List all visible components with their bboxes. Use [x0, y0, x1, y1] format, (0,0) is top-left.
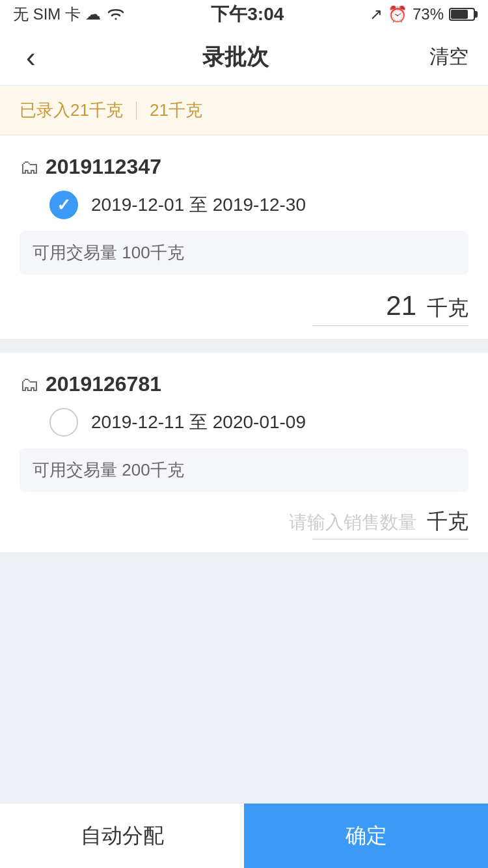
batch-2-placeholder[interactable]: 请输入销售数量 [289, 510, 416, 535]
total-amount: 21千克 [150, 99, 202, 122]
auto-distribute-button[interactable]: 自动分配 [0, 804, 244, 868]
info-banner: 已录入21千克 21千克 [0, 86, 488, 135]
batch-1-id: 2019112347 [46, 155, 161, 179]
section-divider [0, 340, 488, 353]
batch-2-date: 2019-12-11 至 2020-01-09 [91, 410, 306, 435]
info-divider [136, 102, 137, 120]
content-area: 🗂 2019112347 2019-12-01 至 2019-12-30 可用交… [0, 135, 488, 868]
status-right: ↗ ⏰ 73% [370, 5, 475, 23]
doc-icon-2: 🗂 [20, 373, 39, 396]
wifi-icon [106, 7, 126, 21]
clear-button[interactable]: 清空 [429, 44, 468, 70]
battery-percent: 73% [413, 5, 444, 23]
batch-2-id: 2019126781 [46, 372, 161, 396]
batch-1-underline-wrapper: 21 千克 [312, 290, 468, 326]
batch-1-unit: 千克 [427, 294, 468, 323]
back-button[interactable]: ‹ [20, 34, 42, 80]
battery-icon [449, 8, 475, 21]
batch-2-underline-wrapper: 请输入销售数量 千克 [289, 508, 468, 539]
bottom-bar: 自动分配 确定 [0, 803, 488, 868]
batch-1-qty-row: 21 千克 [0, 284, 488, 340]
batch-1-input-line [312, 325, 468, 326]
batch-1-header: 🗂 2019112347 [0, 135, 488, 185]
alarm-icon: ⏰ [388, 5, 407, 23]
batch-card-1: 🗂 2019112347 2019-12-01 至 2019-12-30 可用交… [0, 135, 488, 340]
recorded-amount: 已录入21千克 [20, 99, 123, 122]
status-time: 下午3:04 [211, 2, 284, 27]
batch-1-quantity[interactable]: 21 [364, 290, 416, 321]
nav-bar: ‹ 录批次 清空 [0, 29, 488, 86]
batch-1-date: 2019-12-01 至 2019-12-30 [91, 193, 306, 217]
batch-2-radio[interactable] [49, 408, 78, 437]
batch-2-available: 可用交易量 200千克 [20, 448, 468, 492]
batch-2-row[interactable]: 2019-12-11 至 2020-01-09 [0, 403, 488, 442]
batch-1-available: 可用交易量 100千克 [20, 231, 468, 275]
status-bar: 无 SIM 卡 ☁ 下午3:04 ↗ ⏰ 73% [0, 0, 488, 29]
sim-label: 无 SIM 卡 ☁ [13, 4, 101, 25]
doc-icon-1: 🗂 [20, 156, 39, 178]
batch-1-radio[interactable] [49, 191, 78, 219]
batch-2-unit: 千克 [427, 508, 468, 536]
batch-2-header: 🗂 2019126781 [0, 353, 488, 403]
batch-2-qty-row: 请输入销售数量 千克 [0, 501, 488, 553]
batch-card-2: 🗂 2019126781 2019-12-11 至 2020-01-09 可用交… [0, 353, 488, 553]
empty-area [0, 553, 488, 813]
batch-2-input-line [312, 539, 468, 539]
page-title: 录批次 [202, 42, 269, 72]
location-icon: ↗ [370, 5, 383, 23]
status-left: 无 SIM 卡 ☁ [13, 4, 126, 25]
batch-1-row[interactable]: 2019-12-01 至 2019-12-30 [0, 185, 488, 224]
confirm-button[interactable]: 确定 [244, 804, 488, 868]
